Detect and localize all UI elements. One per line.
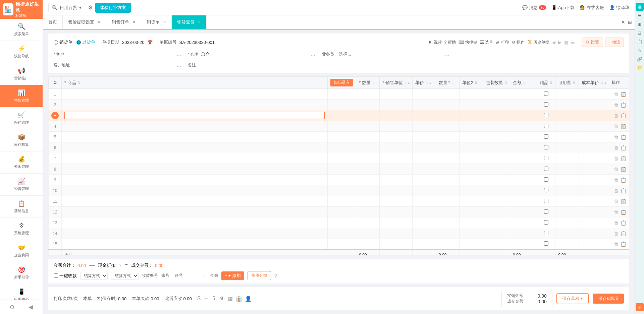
copy-icon[interactable]: 📋 [621, 199, 626, 204]
tab-price-setup-close[interactable]: ✕ [98, 20, 101, 24]
add-btn[interactable]: + + 添加 [221, 271, 244, 280]
delete-icon[interactable]: 🗑 [614, 156, 619, 161]
right-sidebar-folder-btn[interactable]: 📁 [636, 64, 644, 72]
sort-price-icon[interactable]: ⇅ [425, 81, 428, 84]
video-action[interactable]: ▶ 视频 [428, 40, 441, 45]
list-view-icon[interactable]: ☰ [571, 40, 575, 45]
gift-checkbox[interactable] [544, 231, 548, 235]
delete-icon[interactable]: 🗑 [614, 209, 619, 215]
cost-info-icon[interactable]: ℹ [604, 80, 606, 85]
sort-unit-icon[interactable]: ⇅ [404, 81, 407, 84]
radio-delivery[interactable]: 销货单 [54, 39, 72, 45]
tab-price-setup[interactable]: 售价提取设置 ✕ [63, 15, 106, 29]
sidebar-settings-btn[interactable]: ⚙ [9, 303, 15, 311]
product-input-active[interactable] [64, 112, 325, 119]
delete-icon[interactable]: 🗑 [614, 231, 619, 236]
gift-checkbox[interactable] [544, 102, 548, 107]
sidebar-item-sales[interactable]: 📊 销售管理 [0, 85, 43, 107]
one-key-payment-input[interactable] [54, 273, 58, 278]
delete-icon[interactable]: 🗑 [614, 188, 619, 193]
grid-view-icon[interactable]: ▦ [564, 40, 568, 45]
right-sidebar-action-btn[interactable]: ⚡ [636, 303, 644, 311]
sort-qty-icon[interactable]: ⇅ [372, 81, 375, 84]
sort-pkg-icon[interactable]: ⇅ [504, 81, 507, 84]
settle-method-select[interactable]: 结算方式 [80, 272, 108, 280]
save-new-btn[interactable]: 保存&新增 [593, 294, 624, 304]
app-download-btn[interactable]: 📱 App下载 [551, 5, 575, 11]
gift-checkbox[interactable] [544, 134, 548, 139]
copy-icon[interactable]: 📋 [621, 177, 626, 183]
sort-unit2-icon[interactable]: ⇅ [475, 81, 477, 84]
toolbar-icon-mic[interactable]: 🎙 [212, 296, 217, 302]
delete-icon[interactable]: 🗑 [614, 199, 619, 204]
sidebar-item-marketing[interactable]: 📢 营销推广 [0, 63, 43, 85]
operations-action[interactable]: ⚙ 操作 [512, 40, 525, 45]
calculate-method-select[interactable]: 结算方式 [111, 272, 139, 280]
col-header-gear[interactable]: ⚙ [49, 77, 62, 89]
gift-checkbox[interactable] [544, 156, 548, 160]
copy-icon[interactable]: 📋 [621, 91, 626, 97]
chevron-down-icon[interactable]: ▾ [581, 296, 583, 301]
right-sidebar-list-btn[interactable]: ☰ [636, 11, 644, 19]
salesperson-input[interactable] [337, 50, 442, 58]
gift-checkbox[interactable] [544, 167, 548, 171]
sidebar-item-search[interactable]: 🔍 搜索菜单 [0, 19, 43, 41]
message-btn[interactable]: 💬 消息 70 [522, 5, 546, 11]
toolbar-icon-shirt[interactable]: 👔 [235, 296, 242, 302]
tab-home[interactable]: 首页 [43, 15, 63, 29]
remarks-input[interactable] [199, 61, 315, 69]
gift-checkbox[interactable] [544, 91, 548, 96]
tab-close-all[interactable]: ✕ [621, 19, 625, 25]
gift-checkbox[interactable] [544, 113, 548, 117]
copy-icon[interactable]: 📋 [621, 188, 626, 193]
gift-checkbox[interactable] [544, 124, 548, 128]
delete-icon[interactable]: 🗑 [614, 167, 619, 172]
gift-checkbox[interactable] [544, 177, 548, 182]
history-action[interactable]: 📜 历史单据 [527, 40, 549, 45]
sort-amount-icon[interactable]: ⇅ [523, 81, 526, 84]
gear-icon-topbar[interactable]: ⚙ [88, 4, 93, 11]
tab-sales-return[interactable]: 销货退货 ✕ [172, 15, 207, 29]
delete-icon[interactable]: 🗑 [614, 102, 619, 108]
gift-checkbox[interactable] [544, 145, 548, 149]
fee-account-input[interactable] [173, 272, 200, 279]
toolbar-icon-grid[interactable]: ▦ [228, 296, 233, 302]
sidebar-collapse-btn[interactable]: ◀ [29, 303, 33, 311]
copy-icon[interactable]: 📋 [621, 167, 626, 172]
toolbar-icon-eye[interactable]: 👁 [220, 296, 225, 302]
gift-checkbox[interactable] [544, 188, 548, 192]
unit-info-icon[interactable]: ℹ [408, 80, 410, 85]
radio-delivery-input[interactable] [54, 40, 58, 45]
delete-icon[interactable]: 🗑 [614, 113, 619, 118]
sidebar-item-enterprise[interactable]: 🤝 企业协同 [0, 240, 43, 262]
tab-sales-delivery-close[interactable]: ✕ [163, 20, 166, 24]
sidebar-item-purchase[interactable]: 🛒 采购管理 [0, 107, 43, 129]
address-ellipsis-btn[interactable]: ... [177, 62, 181, 68]
right-sidebar-link-btn[interactable]: 🔗 [636, 55, 644, 63]
product-cell[interactable] [62, 100, 328, 110]
fee-split-btn[interactable]: 费用分摊 [248, 271, 271, 280]
product-cell-active[interactable] [62, 110, 328, 121]
delete-icon[interactable]: 🗑 [614, 177, 619, 183]
tab-sales-order-close[interactable]: ✕ [132, 20, 136, 24]
radio-return[interactable]: 退货单 [76, 39, 95, 45]
warehouse-ellipsis-btn[interactable]: ... [311, 52, 315, 57]
user-profile[interactable]: 👤 徐泽华 [609, 5, 629, 11]
sidebar-item-appstore[interactable]: 📱 应用中心 [0, 284, 43, 300]
logistics-btn[interactable]: + 物流 [605, 38, 624, 47]
customer-ellipsis-btn[interactable]: ... [177, 52, 181, 57]
gift-checkbox[interactable] [544, 241, 548, 246]
scan-btn[interactable]: 扫码录入 [330, 79, 353, 86]
help-action[interactable]: ? 帮助 [444, 40, 456, 45]
one-key-payment-checkbox[interactable]: 一键收款 [54, 273, 77, 279]
select-action[interactable]: ☰ 选单 [480, 40, 493, 45]
right-sidebar-collapse-btn[interactable]: ⊟ [636, 29, 644, 37]
price-info-icon[interactable]: ℹ [429, 80, 431, 85]
copy-icon[interactable]: 📋 [621, 231, 626, 236]
sidebar-item-finance[interactable]: 💰 资金管理 [0, 151, 43, 174]
tab-sales-return-close[interactable]: ✕ [198, 20, 201, 24]
nav-prev-icon[interactable]: ◀ [552, 40, 555, 45]
toolbar-icon-zh[interactable]: 中 [204, 295, 209, 302]
sidebar-item-system[interactable]: ⚙ 系统管理 [0, 218, 43, 240]
warehouse-input[interactable] [212, 50, 308, 58]
